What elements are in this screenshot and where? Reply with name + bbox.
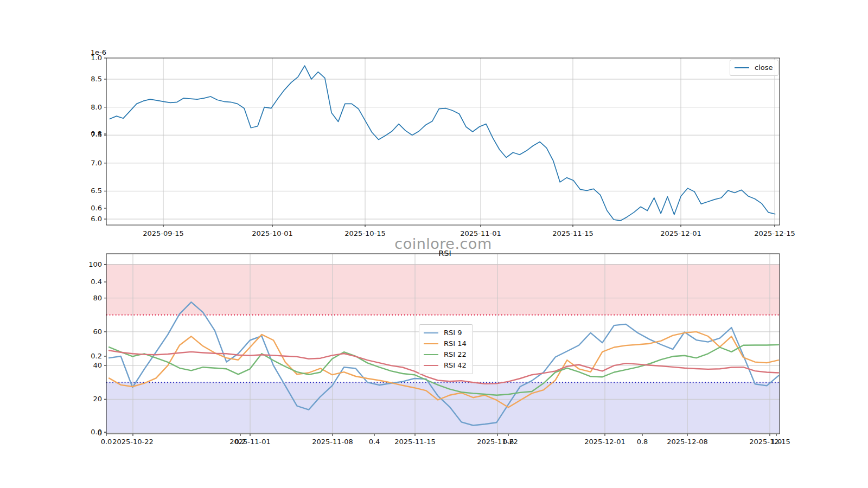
legend-entry: RSI 42 <box>424 360 467 371</box>
rsi-y-ticklabel: 0 <box>0 429 102 438</box>
overbought-band <box>106 265 780 315</box>
overlay-x-ticklabel: 0.8 <box>637 438 648 446</box>
price-x-ticklabel: 2025-10-15 <box>344 229 386 238</box>
rsi-x-ticklabel: 2025-12-01 <box>584 438 626 446</box>
overlay-x-ticklabel: 0.2 <box>235 438 246 446</box>
legend-line-swatch <box>424 354 438 355</box>
rsi-x-ticklabel: 2025-12-15 <box>749 438 790 446</box>
overlay-x-ticklabel: 0.6 <box>503 438 514 446</box>
legend-entry-label: RSI 22 <box>444 350 467 359</box>
rsi-y-ticklabel: 20 <box>0 395 102 403</box>
chart-figure: 1e-6 8.58.07.57.06.56.0 1.00.80.60.40.20… <box>0 0 868 488</box>
price-x-ticklabel: 2025-10-01 <box>252 229 293 238</box>
legend-entry-label: RSI 42 <box>444 361 467 370</box>
legend-line-swatch <box>424 332 438 333</box>
overlay-y-ticklabel: 0.8 <box>0 130 102 138</box>
price-y-ticklabel: 6.5 <box>0 187 102 195</box>
legend-entry: RSI 14 <box>424 338 467 349</box>
legend-entry-label: RSI 9 <box>444 328 462 338</box>
price-x-ticklabel: 2025-12-01 <box>660 229 701 238</box>
price-plot-border <box>106 58 780 225</box>
price-x-ticklabel: 2025-12-15 <box>754 229 795 238</box>
rsi-x-ticklabel: 2025-11-15 <box>394 438 436 446</box>
price-y-ticklabel: 8.5 <box>0 75 102 84</box>
close-legend: close <box>730 60 778 76</box>
overlay-x-ticklabel: 1.0 <box>771 438 782 446</box>
rsi-chart-title: RSI <box>438 249 451 258</box>
rsi-legend: RSI 9RSI 14RSI 22RSI 42 <box>419 324 473 374</box>
price-x-ticklabel: 2025-11-15 <box>552 229 593 238</box>
legend-line-swatch <box>424 365 438 366</box>
overlay-x-ticklabel: 0.0 <box>101 438 112 446</box>
overlay-y-ticklabel: 1.0 <box>0 54 102 62</box>
close-price-line <box>110 66 775 221</box>
rsi-x-ticklabel: 2025-10-22 <box>112 438 154 446</box>
legend-line-swatch <box>735 67 749 68</box>
price-y-ticklabel: 6.0 <box>0 215 102 223</box>
rsi-y-ticklabel: 40 <box>0 361 102 370</box>
legend-entry: RSI 9 <box>424 328 467 338</box>
oversold-band <box>106 382 780 433</box>
legend-entry-label: RSI 14 <box>444 339 467 349</box>
rsi-y-ticklabel: 80 <box>0 294 102 303</box>
rsi-x-ticklabel: 2025-12-08 <box>667 438 708 446</box>
overlay-x-ticklabel: 0.4 <box>369 438 380 446</box>
rsi-x-ticklabel: 2025-11-08 <box>312 438 353 446</box>
overlay-y-ticklabel: 0.2 <box>0 352 102 361</box>
legend-entry: RSI 22 <box>424 349 467 360</box>
price-y-ticklabel: 7.0 <box>0 159 102 168</box>
rsi-y-ticklabel: 60 <box>0 328 102 336</box>
legend-entry: close <box>735 63 773 73</box>
price-y-ticklabel: 8.0 <box>0 103 102 112</box>
price-x-ticklabel: 2025-09-15 <box>143 229 184 238</box>
overlay-y-ticklabel: 0.4 <box>0 278 102 286</box>
rsi-y-ticklabel: 100 <box>0 260 102 269</box>
legend-line-swatch <box>424 343 438 344</box>
legend-entry-label: close <box>755 63 773 73</box>
overlay-y-ticklabel: 0.6 <box>0 204 102 213</box>
